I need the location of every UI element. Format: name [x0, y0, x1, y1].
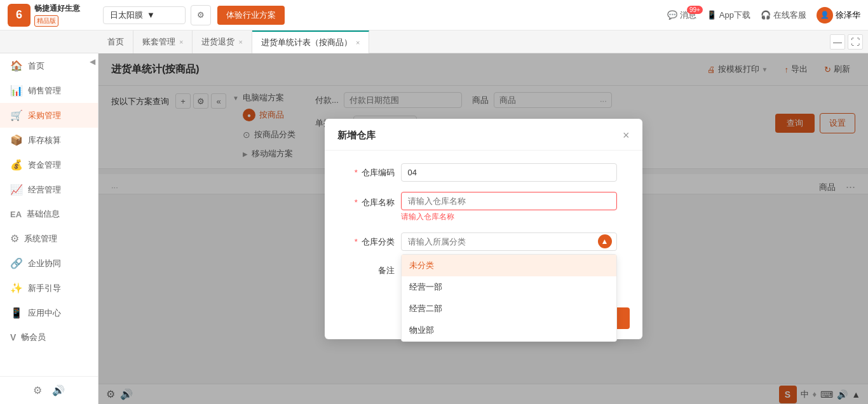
dropdown-item-dept1[interactable]: 经营一部	[402, 276, 616, 298]
modal-header: 新增仓库 ×	[325, 119, 642, 151]
category-label: * 仓库分类	[350, 232, 401, 248]
modal-overlay[interactable]: 新增仓库 × * 仓库编码	[98, 53, 868, 404]
modal-title: 新增仓库	[337, 130, 376, 142]
close-icon[interactable]: ×	[179, 38, 183, 46]
sidebar-collapse-button[interactable]: ◀	[90, 57, 95, 66]
chevron-down-icon: ▼	[147, 10, 155, 20]
collab-icon: 🔗	[10, 257, 23, 269]
code-label: * 仓库编码	[350, 163, 401, 178]
speaker-icon[interactable]: 🔊	[50, 382, 67, 399]
category-dropdown-wrapper: ▲ 未分类 经营一部 经营二部 物业部	[401, 232, 617, 251]
guide-icon: ✨	[10, 282, 23, 294]
basic-info-icon: EA	[10, 210, 22, 219]
gear-button[interactable]: ⚙	[191, 5, 211, 25]
inventory-icon: 📦	[10, 134, 23, 146]
category-dropdown-menu: 未分类 经营一部 经营二部 物业部	[401, 254, 617, 342]
store-selector[interactable]: 日太阳膜 ▼	[103, 6, 186, 24]
sidebar-item-vip[interactable]: V 畅会员	[0, 325, 98, 349]
modal-close-button[interactable]: ×	[623, 129, 630, 142]
sales-icon: 📊	[10, 84, 23, 97]
logo-area: 6 畅捷通好生意 精品版	[8, 3, 103, 27]
code-input[interactable]	[401, 163, 617, 182]
messages-button[interactable]: 💬 消息 99+	[667, 10, 696, 21]
online-service-button[interactable]: 🎧 在线客服	[761, 10, 806, 21]
dropdown-arrow-button[interactable]: ▲	[598, 234, 612, 248]
logo-icon: 6	[8, 4, 31, 27]
sidebar-item-sales[interactable]: 📊 销售管理	[0, 78, 98, 103]
minimize-tab-button[interactable]: —	[830, 34, 845, 50]
tab-home[interactable]: 首页	[98, 30, 133, 53]
form-row-name: * 仓库名称 请输入仓库名称	[350, 192, 617, 222]
dropdown-item-dept2[interactable]: 经营二部	[402, 298, 616, 320]
sidebar-item-finance[interactable]: 💰 资金管理	[0, 152, 98, 177]
dropdown-item-dept3[interactable]: 物业部	[402, 320, 616, 341]
message-icon: 💬	[667, 10, 677, 20]
logo-text: 畅捷通好生意 精品版	[34, 3, 80, 27]
gear-icon: ⚙	[197, 10, 205, 20]
sidebar-item-inventory[interactable]: 📦 库存核算	[0, 128, 98, 152]
system-icon: ⚙	[10, 232, 19, 245]
phone-icon: 📱	[707, 10, 717, 20]
sidebar-item-guide[interactable]: ✨ 新手引导	[0, 276, 98, 300]
modal-add-warehouse: 新增仓库 × * 仓库编码	[325, 119, 642, 339]
user-area[interactable]: 👤 徐泽华	[817, 7, 860, 24]
tab-purchase-stats[interactable]: 进货单统计表（按商品） ×	[252, 30, 369, 53]
top-header: 6 畅捷通好生意 精品版 日太阳膜 ▼ ⚙ 体验行业方案 💬 消息 99+ 📱 …	[0, 0, 868, 30]
close-icon[interactable]: ×	[356, 39, 360, 46]
content-area: 进货单统计(按商品) 🖨 按模板打印 ▼ ↑ 导出 ↻ 刷新 按以下方案查询	[98, 53, 868, 404]
category-input[interactable]	[401, 232, 617, 251]
sidebar-item-collab[interactable]: 🔗 企业协同	[0, 251, 98, 276]
expand-tab-button[interactable]: ⛶	[848, 34, 863, 50]
name-input[interactable]	[401, 192, 617, 210]
tab-purchase-return[interactable]: 进货退货 ×	[193, 30, 252, 53]
sidebar-bottom: ⚙ 🔊	[0, 376, 98, 404]
tab-actions: — ⛶	[830, 34, 868, 50]
name-error-msg: 请输入仓库名称	[401, 212, 454, 221]
name-label: * 仓库名称	[350, 193, 401, 208]
tab-bar: 首页 账套管理 × 进货退货 × 进货单统计表（按商品） × — ⛶	[0, 30, 868, 53]
header-right: 💬 消息 99+ 📱 App下载 🎧 在线客服 👤 徐泽华	[667, 7, 860, 24]
user-icon: 👤	[820, 11, 829, 19]
finance-icon: 💰	[10, 159, 23, 171]
form-row-category: * 仓库分类 ▲ 未分类 经营一部 经营二部 物业部	[350, 232, 617, 251]
sidebar-item-home[interactable]: 🏠 首页	[0, 53, 98, 78]
app-download-button[interactable]: 📱 App下载	[707, 10, 750, 21]
apps-icon: 📱	[10, 307, 23, 319]
sidebar-item-purchase[interactable]: 🛒 采购管理	[0, 103, 98, 128]
form-row-code: * 仓库编码	[350, 163, 617, 182]
settings-icon[interactable]: ⚙	[31, 382, 44, 399]
modal-body: * 仓库编码 * 仓库名称	[325, 151, 642, 300]
sidebar-item-system[interactable]: ⚙ 系统管理	[0, 226, 98, 251]
main-layout: ◀ 🏠 首页 📊 销售管理 🛒 采购管理 📦 库存核算 💰 资金管理 📈 经营管…	[0, 53, 868, 404]
sidebar-item-apps[interactable]: 📱 应用中心	[0, 300, 98, 325]
sidebar: ◀ 🏠 首页 📊 销售管理 🛒 采购管理 📦 库存核算 💰 资金管理 📈 经营管…	[0, 53, 98, 404]
sidebar-item-basic-info[interactable]: EA 基础信息	[0, 202, 98, 226]
home-icon: 🏠	[10, 60, 23, 72]
purchase-icon: 🛒	[10, 109, 23, 121]
notes-label: 备注	[350, 261, 401, 276]
trial-button[interactable]: 体验行业方案	[217, 6, 285, 25]
dropdown-item-unclassified[interactable]: 未分类	[402, 255, 616, 276]
business-icon: 📈	[10, 184, 23, 196]
close-icon[interactable]: ×	[238, 38, 242, 46]
vip-icon: V	[10, 332, 16, 342]
tab-account[interactable]: 账套管理 ×	[133, 30, 193, 53]
sidebar-item-business[interactable]: 📈 经营管理	[0, 177, 98, 202]
headset-icon: 🎧	[761, 10, 771, 20]
avatar: 👤	[817, 7, 833, 24]
